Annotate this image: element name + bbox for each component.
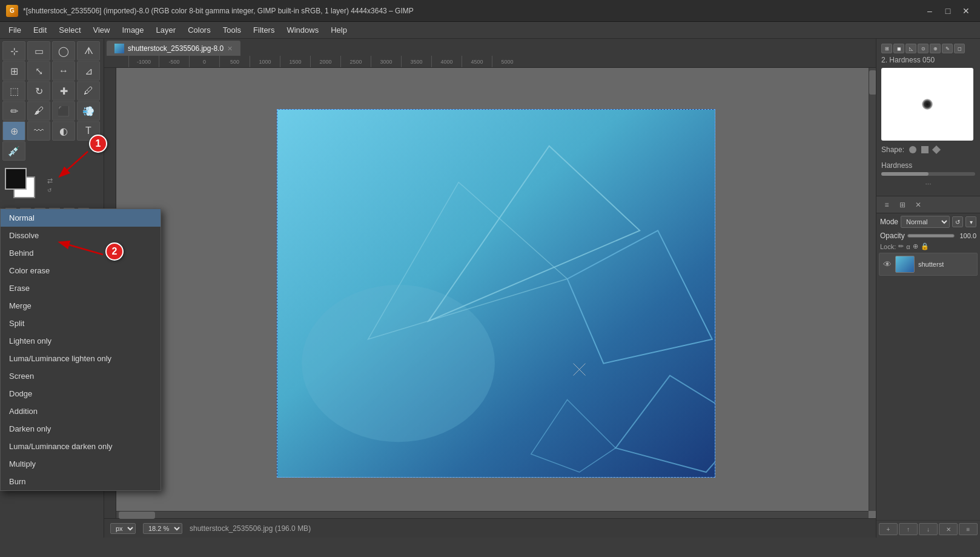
annotation-badge-1: 1 <box>89 135 107 153</box>
tool-ellipse-select[interactable]: ◯ <box>52 41 75 61</box>
tool-rotate[interactable]: ↻ <box>27 81 50 101</box>
tool-align[interactable]: ⊞ <box>2 61 25 81</box>
layer-visibility-icon[interactable]: 👁 <box>883 259 892 269</box>
menu-view[interactable]: View <box>87 23 116 37</box>
panel-right-icon-1[interactable]: ⊞ <box>881 44 892 53</box>
opacity-slider[interactable] <box>907 234 955 238</box>
layer-down-btn[interactable]: ↓ <box>919 523 938 535</box>
scrollbar-horizontal[interactable] <box>116 511 869 518</box>
shape-circle-icon[interactable] <box>909 146 916 153</box>
dropdown-item-multiply[interactable]: Multiply <box>1 455 161 473</box>
tool-transform[interactable]: ⤡ <box>27 61 50 81</box>
tool-dodge[interactable]: ◐ <box>52 121 75 141</box>
dropdown-item-dissolve[interactable]: Dissolve <box>1 227 161 244</box>
canvas-area: shutterstock_2535506.jpg-8.0 ✕ -1000 -50… <box>104 39 876 538</box>
dropdown-item-split[interactable]: Split <box>1 315 161 332</box>
menu-filters[interactable]: Filters <box>247 23 280 37</box>
dropdown-item-screen[interactable]: Screen <box>1 367 161 385</box>
tool-smudge[interactable]: 〰 <box>27 121 50 141</box>
menu-windows[interactable]: Windows <box>280 23 325 37</box>
panel-right-icon-5[interactable]: ⊕ <box>930 44 941 53</box>
image-canvas[interactable] <box>277 109 715 478</box>
dropdown-item-luma-lighten[interactable]: Luma/Luminance lighten only <box>1 350 161 367</box>
tool-airbrush[interactable]: 💨 <box>77 101 100 121</box>
dropdown-item-behind[interactable]: Behind <box>1 244 161 262</box>
layer-up-btn[interactable]: ↑ <box>899 523 918 535</box>
foreground-color[interactable] <box>5 168 27 190</box>
swap-colors-icon[interactable]: ⇄ <box>47 177 53 185</box>
tool-eraser[interactable]: ⬛ <box>52 101 75 121</box>
layer-delete-btn[interactable]: ✕ <box>939 523 958 535</box>
panel-right-icon-3[interactable]: ◺ <box>906 44 916 53</box>
tool-rect-select[interactable]: ▭ <box>27 41 50 61</box>
layers-tb-btn-1[interactable]: ≡ <box>880 198 893 212</box>
tool-flip[interactable]: ↔ <box>52 61 75 81</box>
menu-tools[interactable]: Tools <box>217 23 247 37</box>
scrollbar-vertical[interactable] <box>869 68 876 511</box>
canvas-tab[interactable]: shutterstock_2535506.jpg-8.0 ✕ <box>107 41 240 56</box>
tool-colorpicker[interactable]: 💉 <box>2 141 25 161</box>
close-button[interactable]: ✕ <box>958 3 974 19</box>
opacity-value: 100.0 <box>957 232 976 239</box>
right-panel-icons: ⊞ ◼ ◺ ⊙ ⊕ ✎ ◻ <box>881 44 975 53</box>
maximize-button[interactable]: □ <box>940 3 956 19</box>
layer-more-btn[interactable]: ≡ <box>959 523 978 535</box>
panel-right-icon-2[interactable]: ◼ <box>893 44 904 53</box>
tab-close-icon[interactable]: ✕ <box>227 45 233 53</box>
layer-add-btn[interactable]: + <box>879 523 898 535</box>
layer-mode-menu-btn[interactable]: ▾ <box>965 216 976 227</box>
dropdown-item-erase[interactable]: Erase <box>1 279 161 297</box>
lock-all-icon[interactable]: 🔒 <box>921 242 929 250</box>
lock-position-icon[interactable]: ⊕ <box>913 242 918 250</box>
menu-image[interactable]: Image <box>116 23 150 37</box>
tool-measure[interactable]: ⊿ <box>77 61 100 81</box>
menu-file[interactable]: File <box>2 23 27 37</box>
tool-pencil[interactable]: ✏ <box>2 101 25 121</box>
menu-help[interactable]: Help <box>325 23 353 37</box>
hardness-bar[interactable] <box>881 172 975 176</box>
layer-mode-reset-btn[interactable]: ↺ <box>952 216 963 227</box>
panel-right-icon-4[interactable]: ⊙ <box>918 44 929 53</box>
shape-square-icon[interactable] <box>921 146 929 153</box>
layer-thumbnail <box>895 256 915 273</box>
layer-item[interactable]: 👁 shutterst <box>879 253 978 276</box>
lock-paint-icon[interactable]: ✏ <box>898 242 904 250</box>
layers-tb-btn-2[interactable]: ⊞ <box>896 198 909 212</box>
panel-right-icon-7[interactable]: ◻ <box>954 44 965 53</box>
menu-colors[interactable]: Colors <box>182 23 217 37</box>
ruler-mark-10: 4000 <box>431 56 462 68</box>
minimize-button[interactable]: – <box>922 3 938 19</box>
dropdown-item-lighten-only[interactable]: Lighten only <box>1 332 161 350</box>
menu-select[interactable]: Select <box>53 23 87 37</box>
dropdown-item-color-erase[interactable]: Color erase <box>1 262 161 279</box>
dropdown-item-merge[interactable]: Merge <box>1 297 161 315</box>
tool-move[interactable]: ⊹ <box>2 41 25 61</box>
dropdown-item-normal[interactable]: Normal <box>1 209 161 227</box>
dropdown-item-addition[interactable]: Addition <box>1 402 161 420</box>
zoom-select[interactable]: 18.2 % <box>143 523 182 534</box>
tool-paintbrush[interactable]: 🖌 <box>27 101 50 121</box>
dropdown-item-luma-darken[interactable]: Luma/Luminance darken only <box>1 438 161 455</box>
tool-path[interactable]: 🖊 <box>77 81 100 101</box>
reset-colors-icon[interactable]: ↺ <box>47 187 53 193</box>
tool-heal[interactable]: ✚ <box>52 81 75 101</box>
ruler-mark-6: 2000 <box>310 56 340 68</box>
dropdown-item-darken-only[interactable]: Darken only <box>1 420 161 438</box>
tab-strip: shutterstock_2535506.jpg-8.0 ✕ <box>104 39 876 56</box>
layers-tb-btn-3[interactable]: ✕ <box>912 198 925 212</box>
lock-alpha-icon[interactable]: α <box>906 243 910 250</box>
more-options[interactable]: ··· <box>881 179 975 188</box>
dropdown-item-dodge[interactable]: Dodge <box>1 385 161 402</box>
menu-edit[interactable]: Edit <box>27 23 53 37</box>
unit-select[interactable]: px <box>110 523 136 534</box>
panel-right-icon-6[interactable]: ✎ <box>942 44 953 53</box>
tool-free-select[interactable]: ᗑ <box>77 41 100 61</box>
layer-mode-select[interactable]: Normal <box>901 216 950 228</box>
tool-clone[interactable]: ⊕ <box>2 121 25 141</box>
tool-crop[interactable]: ⬚ <box>2 81 25 101</box>
canvas-main[interactable] <box>116 68 876 518</box>
menu-layer[interactable]: Layer <box>150 23 182 37</box>
shape-diamond-icon[interactable] <box>932 145 941 154</box>
window-controls: – □ ✕ <box>922 3 974 19</box>
dropdown-item-burn[interactable]: Burn <box>1 473 161 490</box>
